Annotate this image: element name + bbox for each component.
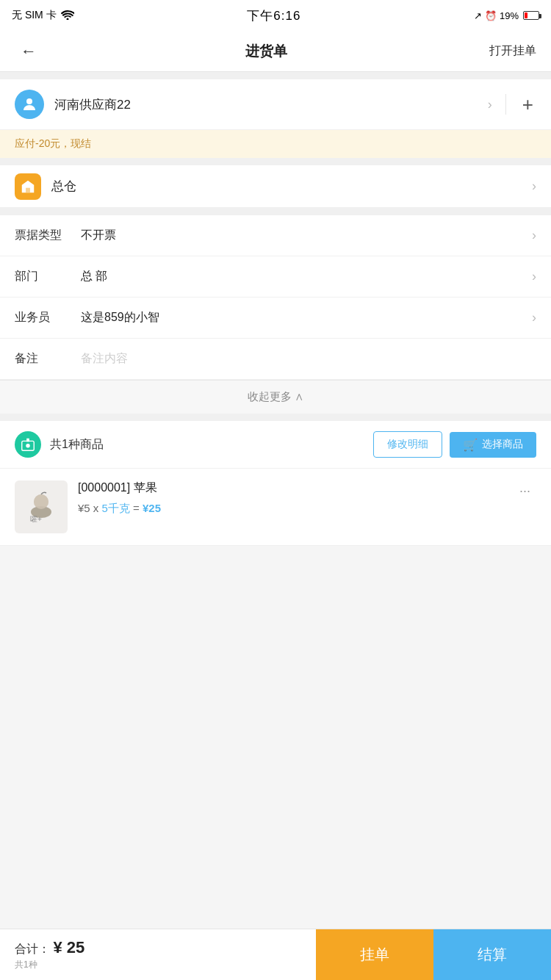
product-header-icon xyxy=(15,431,41,458)
salesperson-value: 这是859的小智 xyxy=(73,310,526,325)
total-row: 合计： ¥ 25 xyxy=(15,938,301,957)
warehouse-row[interactable]: 总仓 › xyxy=(0,165,551,208)
department-row[interactable]: 部门 总 部 › xyxy=(0,256,551,298)
warehouse-icon xyxy=(15,173,41,200)
product-title-text: 苹果 xyxy=(134,481,157,494)
salesperson-row[interactable]: 业务员 这是859的小智 › xyxy=(0,298,551,339)
item-total: ¥25 xyxy=(143,502,161,514)
product-header: 共1种商品 修改明细 🛒 选择商品 xyxy=(0,421,551,469)
edit-detail-button[interactable]: 修改明细 xyxy=(373,431,442,458)
quantity: 5千克 xyxy=(102,502,130,514)
supplier-divider xyxy=(505,94,506,115)
total-label: 合计： xyxy=(15,943,50,955)
svg-rect-1 xyxy=(26,187,30,192)
supplier-row[interactable]: 河南供应商22 › + xyxy=(0,79,551,130)
location-icon: ↗ xyxy=(474,10,482,21)
back-button[interactable]: ← xyxy=(15,36,43,67)
multiply-sign: x xyxy=(93,502,102,514)
supplier-chevron-icon: › xyxy=(488,97,492,112)
warehouse-name: 总仓 xyxy=(51,178,526,195)
salesperson-label: 业务员 xyxy=(15,310,73,325)
ticket-type-row[interactable]: 票据类型 不开票 › xyxy=(0,215,551,256)
form-section: 票据类型 不开票 › 部门 总 部 › 业务员 这是859的小智 › 备注 备注… xyxy=(0,215,551,414)
product-price: ¥5 x 5千克 = ¥25 xyxy=(78,502,514,516)
ticket-type-label: 票据类型 xyxy=(15,228,73,243)
product-count: 共1种商品 xyxy=(50,437,373,453)
status-left: 无 SIM 卡 xyxy=(12,9,74,22)
status-right: ↗ ⏰ 19% xyxy=(474,10,539,21)
product-info: [0000001] 苹果 ¥5 x 5千克 = ¥25 xyxy=(78,480,514,516)
svg-point-7 xyxy=(34,494,48,509)
nav-bar: ← 进货单 打开挂单 xyxy=(0,31,551,72)
cart-icon: 🛒 xyxy=(463,438,478,452)
unit-price: ¥5 xyxy=(78,502,90,514)
section-gap-4 xyxy=(0,414,551,421)
checkout-button[interactable]: 结算 xyxy=(433,929,551,980)
product-item: 嚯+ [0000001] 苹果 ¥5 x 5千克 = ¥25 ··· xyxy=(0,469,551,546)
select-product-button[interactable]: 🛒 选择商品 xyxy=(450,432,536,458)
ticket-type-value: 不开票 xyxy=(73,228,526,243)
product-name: [0000001] 苹果 xyxy=(78,480,514,496)
battery-icon xyxy=(523,11,539,20)
select-product-label: 选择商品 xyxy=(482,438,523,451)
svg-point-3 xyxy=(26,444,30,448)
product-thumbnail: 嚯+ xyxy=(15,480,68,533)
product-code: [0000001] xyxy=(78,481,130,494)
salesperson-chevron-icon: › xyxy=(532,310,536,325)
status-time: 下午6:16 xyxy=(247,7,300,24)
page-title: 进货单 xyxy=(245,42,287,61)
svg-text:嚯+: 嚯+ xyxy=(30,515,42,523)
pending-button[interactable]: 挂单 xyxy=(316,929,433,980)
add-button[interactable]: + xyxy=(519,90,536,119)
more-options-button[interactable]: ··· xyxy=(514,480,536,502)
total-section: 合计： ¥ 25 共1种 xyxy=(0,929,316,980)
section-gap-3 xyxy=(0,208,551,215)
open-pending-button[interactable]: 打开挂单 xyxy=(489,43,536,59)
alarm-icon: ⏰ xyxy=(485,10,497,21)
warehouse-section: 总仓 › xyxy=(0,165,551,208)
bottom-bar: 合计： ¥ 25 共1种 挂单 结算 xyxy=(0,929,551,980)
collapse-button[interactable]: 收起更多 ∧ xyxy=(0,380,551,414)
supplier-name: 河南供应商22 xyxy=(54,96,482,113)
bottom-spacer xyxy=(0,546,551,597)
remark-label: 备注 xyxy=(15,351,73,367)
supplier-section: 河南供应商22 › + 应付-20元，现结 xyxy=(0,79,551,158)
supplier-avatar xyxy=(15,90,44,119)
section-gap-1 xyxy=(0,72,551,79)
wifi-icon xyxy=(61,10,74,22)
supplier-notice: 应付-20元，现结 xyxy=(0,130,551,158)
section-gap-2 xyxy=(0,158,551,165)
equals-sign: = xyxy=(133,502,143,514)
department-label: 部门 xyxy=(15,269,73,284)
product-section: 共1种商品 修改明细 🛒 选择商品 嚯+ [0000001] 苹果 ¥ xyxy=(0,421,551,546)
department-chevron-icon: › xyxy=(532,269,536,284)
total-amount: ¥ 25 xyxy=(53,938,84,956)
status-bar: 无 SIM 卡 下午6:16 ↗ ⏰ 19% xyxy=(0,0,551,31)
battery-percent: 19% xyxy=(500,10,519,21)
carrier-text: 无 SIM 卡 xyxy=(12,9,57,22)
total-count: 共1种 xyxy=(15,959,301,971)
remark-row[interactable]: 备注 备注内容 xyxy=(0,339,551,380)
department-value: 总 部 xyxy=(73,269,526,284)
remark-input[interactable]: 备注内容 xyxy=(73,351,536,367)
warehouse-chevron-icon: › xyxy=(532,179,536,194)
svg-rect-4 xyxy=(26,439,29,442)
collapse-label: 收起更多 ∧ xyxy=(248,390,303,404)
svg-point-0 xyxy=(26,98,32,104)
ticket-type-chevron-icon: › xyxy=(532,228,536,243)
